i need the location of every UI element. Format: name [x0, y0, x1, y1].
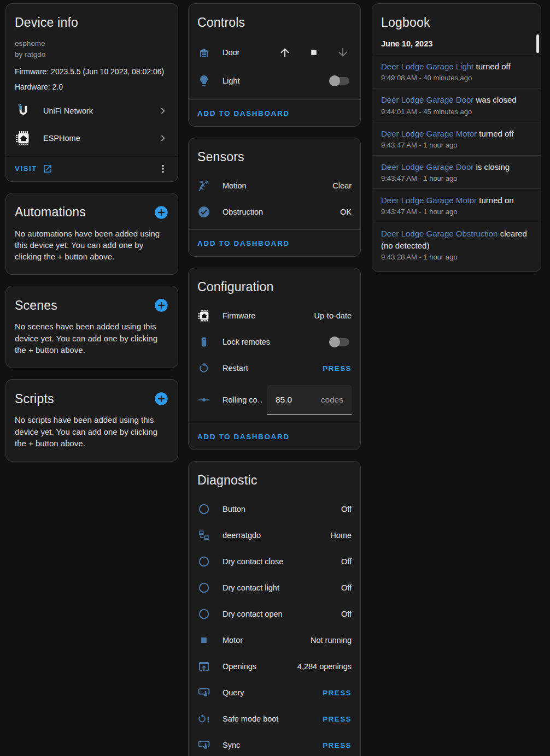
- lock-remotes-label: Lock remotes: [223, 338, 331, 346]
- logbook-timestamp: 9:43:47 AM - 1 hour ago: [381, 208, 532, 216]
- row-label: Openings: [223, 662, 297, 671]
- door-stop-button[interactable]: [308, 47, 319, 57]
- automations-empty-text: No automations have been added using thi…: [6, 227, 178, 275]
- add-automation-button[interactable]: [154, 205, 169, 220]
- logbook-entity-link[interactable]: Deer Lodge Garage Light: [381, 62, 473, 71]
- integration-label: ESPHome: [43, 134, 157, 143]
- diagnostic-card: Diagnostic Button Off deerratgdo Home Dr…: [188, 461, 361, 756]
- row-value: Off: [341, 557, 352, 566]
- configuration-card: Configuration Firmware Up-to-date Lock r…: [188, 268, 361, 450]
- right-column: Logbook June 10, 2023 Deer Lodge Garage …: [372, 3, 541, 272]
- scripts-empty-text: No scripts have been added using this de…: [6, 413, 178, 461]
- logbook-timestamp: 9:43:47 AM - 1 hour ago: [381, 174, 532, 182]
- scenes-title: Scenes: [15, 298, 57, 313]
- safe-mode-boot-press-button[interactable]: PRESS: [323, 715, 352, 723]
- logbook-entry: Deer Lodge Garage Obstruction cleared (n…: [372, 222, 541, 267]
- obstruction-value: OK: [340, 208, 352, 216]
- row-label: Safe mode boot: [223, 714, 323, 723]
- ray-vertex-icon: [197, 393, 210, 406]
- logbook-entry: Deer Lodge Garage Door is closing 9:43:4…: [372, 155, 541, 188]
- integration-row-unifi[interactable]: UniFi Network: [6, 98, 178, 124]
- add-to-dashboard-link[interactable]: ADD TO DASHBOARD: [197, 433, 290, 441]
- motion-label: Motion: [223, 181, 332, 190]
- logbook-entity-link[interactable]: Deer Lodge Garage Motor: [381, 129, 477, 138]
- logbook-event-text: was closed: [476, 95, 516, 104]
- motion-row[interactable]: Motion Clear: [189, 173, 360, 199]
- device-firmware-line: Firmware: 2023.5.5 (Jun 10 2023, 08:02:0…: [6, 67, 178, 76]
- add-scene-button[interactable]: [154, 298, 169, 313]
- gesture-tap-button-icon: [197, 739, 210, 752]
- diagnostic-row-dry-contact-open[interactable]: Dry contact open Off: [189, 601, 360, 627]
- logbook-entity-link[interactable]: Deer Lodge Garage Obstruction: [381, 229, 498, 238]
- left-column: Device info esphome by ratgdo Firmware: …: [5, 3, 178, 462]
- lock-remotes-toggle[interactable]: [331, 338, 349, 346]
- door-open-button[interactable]: [278, 46, 291, 59]
- row-label: Dry contact light: [223, 583, 341, 592]
- add-to-dashboard-link[interactable]: ADD TO DASHBOARD: [197, 109, 290, 117]
- logbook-event-text: is closing: [476, 162, 510, 172]
- add-script-button[interactable]: [154, 391, 169, 406]
- restart-row: Restart PRESS: [189, 355, 360, 381]
- diagnostic-row-openings[interactable]: Openings 4,284 openings: [189, 653, 360, 680]
- firmware-row[interactable]: Firmware Up-to-date: [189, 303, 360, 329]
- sync-press-button[interactable]: PRESS: [323, 741, 352, 749]
- logbook-event-text: turned off: [476, 62, 510, 71]
- sensors-footer: ADD TO DASHBOARD: [189, 229, 360, 256]
- add-to-dashboard-link[interactable]: ADD TO DASHBOARD: [197, 239, 290, 247]
- integration-row-esphome[interactable]: ESPHome: [6, 125, 178, 151]
- diagnostic-row-deerratgdo[interactable]: deerratgdo Home: [189, 522, 360, 548]
- obstruction-label: Obstruction: [223, 208, 340, 216]
- rolling-code-input[interactable]: 85.0 codes: [267, 385, 352, 415]
- diagnostic-row-dry-contact-light[interactable]: Dry contact light Off: [189, 575, 360, 601]
- diagnostic-row-motor[interactable]: Motor Not running: [189, 627, 360, 653]
- obstruction-row[interactable]: Obstruction OK: [189, 199, 360, 225]
- logbook-entry: Deer Lodge Garage Motor turned off 9:43:…: [372, 122, 541, 155]
- door-close-button[interactable]: [336, 46, 349, 59]
- light-label: Light: [223, 76, 331, 85]
- automations-title: Automations: [15, 205, 86, 220]
- diagnostic-row-safe-mode-boot: Safe mode boot PRESS: [189, 706, 360, 732]
- logbook-entry: Deer Lodge Garage Door was closed 9:44:0…: [372, 88, 541, 121]
- row-label: Motor: [223, 636, 311, 645]
- row-value: Home: [330, 531, 352, 540]
- logbook-entity-link[interactable]: Deer Lodge Garage Motor: [381, 196, 477, 205]
- rolling-code-label: Rolling co…: [223, 395, 262, 404]
- diagnostic-row-sync: Sync PRESS: [189, 732, 360, 756]
- logbook-timestamp: 9:49:08 AM - 40 minutes ago: [381, 74, 532, 82]
- visit-button[interactable]: VISIT: [15, 164, 52, 174]
- logbook-event-text: turned on: [479, 196, 513, 205]
- device-actions-row: VISIT: [6, 156, 178, 181]
- logbook-entity-link[interactable]: Deer Lodge Garage Door: [381, 95, 473, 104]
- scenes-empty-text: No scenes have been added using this dev…: [6, 320, 178, 368]
- logbook-title: Logbook: [372, 4, 541, 38]
- middle-column: Controls Door Light ADD TO DASHBOARD Sen…: [188, 3, 361, 756]
- device-name: esphome: [15, 38, 169, 49]
- logbook-card: Logbook June 10, 2023 Deer Lodge Garage …: [372, 3, 541, 272]
- radiobox-blank-icon: [197, 581, 210, 594]
- device-subtitle: esphome by ratgdo: [6, 38, 178, 61]
- chevron-right-icon: [157, 132, 169, 144]
- row-label: Sync: [223, 741, 323, 749]
- controls-card: Controls Door Light ADD TO DASHBOARD: [188, 3, 361, 127]
- diagnostic-row-query: Query PRESS: [189, 680, 360, 706]
- scripts-card: Scripts No scripts have been added using…: [5, 379, 178, 462]
- restart-press-button[interactable]: PRESS: [323, 364, 352, 373]
- logbook-timestamp: 9:44:01 AM - 45 minutes ago: [381, 108, 532, 116]
- device-info-title: Device info: [6, 4, 178, 38]
- logbook-scrollbar-thumb[interactable]: [536, 34, 539, 53]
- logbook-entity-link[interactable]: Deer Lodge Garage Door: [381, 162, 473, 172]
- firmware-value: Up-to-date: [314, 311, 352, 320]
- visit-label: VISIT: [15, 164, 37, 173]
- row-label: deerratgdo: [223, 531, 330, 540]
- scenes-card: Scenes No scenes have been added using t…: [5, 286, 178, 368]
- diagnostic-row-button[interactable]: Button Off: [189, 496, 360, 522]
- query-press-button[interactable]: PRESS: [323, 689, 352, 697]
- rolling-code-value: 85.0: [276, 395, 292, 405]
- row-value: Off: [341, 610, 352, 618]
- logbook-entry: Deer Lodge Garage Motor turned on 9:43:4…: [372, 188, 541, 222]
- overflow-menu-button[interactable]: [157, 163, 169, 175]
- light-toggle[interactable]: [331, 77, 349, 85]
- diagnostic-row-dry-contact-close[interactable]: Dry contact close Off: [189, 548, 360, 575]
- logbook-timestamp: 9:43:28 AM - 1 hour ago: [381, 253, 532, 261]
- sensors-card: Sensors Motion Clear Obstruction OK ADD …: [188, 138, 361, 257]
